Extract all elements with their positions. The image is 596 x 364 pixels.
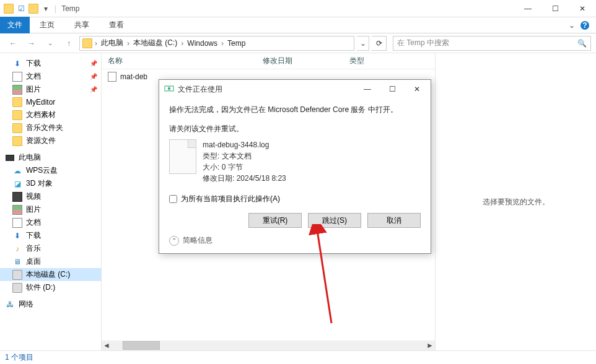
cloud-icon: ☁ [12, 166, 22, 176]
sidebar-item-music[interactable]: ♪音乐 [0, 242, 101, 255]
sidebar-item-folder[interactable]: 文档素材 [0, 108, 101, 121]
sidebar-item-folder[interactable]: 资源文件 [0, 134, 101, 147]
column-name[interactable]: 名称 [108, 56, 263, 66]
more-details-toggle[interactable]: ⌃ 简略信息 [169, 235, 421, 246]
do-for-all-checkbox[interactable] [169, 195, 177, 203]
file-type-label: 类型: 文本文档 [203, 150, 286, 162]
dialog-title: 文件正在使用 [178, 84, 222, 95]
column-type[interactable]: 类型 [349, 56, 429, 66]
ribbon-collapse-icon[interactable]: ⌄ [569, 21, 575, 30]
file-date-label: 修改日期: 2024/5/18 8:23 [203, 173, 286, 184]
sidebar-item-documents[interactable]: 文档📌 [0, 70, 101, 83]
dialog-close-button[interactable]: ✕ [408, 83, 426, 95]
sidebar-item-pictures[interactable]: 图片📌 [0, 83, 101, 96]
sidebar-item-folder[interactable]: MyEditor [0, 96, 101, 108]
chevron-right-icon[interactable]: › [180, 39, 185, 48]
refresh-button[interactable]: ⟳ [372, 36, 387, 51]
forward-button[interactable]: → [24, 35, 40, 51]
minimize-button[interactable]: — [514, 0, 541, 17]
horizontal-scrollbar[interactable]: ◄ ► [102, 340, 435, 350]
download-icon: ⬇ [12, 59, 22, 69]
address-dropdown[interactable]: ⌄ [357, 36, 369, 51]
folder-icon [82, 38, 92, 48]
search-input[interactable]: 在 Temp 中搜索 🔍 [393, 36, 591, 51]
sidebar-item-downloads[interactable]: ⬇下载📌 [0, 57, 101, 70]
preview-placeholder: 选择要预览的文件。 [483, 197, 550, 207]
chevron-right-icon[interactable]: › [126, 39, 131, 48]
chevron-right-icon[interactable]: › [94, 39, 99, 48]
sidebar-item-pictures2[interactable]: 图片 [0, 203, 101, 216]
dialog-maximize-button[interactable]: ☐ [383, 83, 401, 95]
sidebar-item-downloads2[interactable]: ⬇下载 [0, 229, 101, 242]
column-headers: 名称 修改日期 类型 [102, 53, 435, 69]
help-icon[interactable]: ? [579, 19, 591, 32]
sidebar-item-thispc[interactable]: 此电脑 [0, 151, 101, 164]
pin-icon: 📌 [90, 60, 97, 67]
breadcrumb-seg[interactable]: Temp [225, 39, 248, 48]
download-icon: ⬇ [12, 231, 22, 241]
skip-button[interactable]: 跳过(S) [308, 213, 361, 228]
dialog-icon [164, 84, 174, 94]
sidebar-item-videos[interactable]: 视频 [0, 190, 101, 203]
file-details: mat-debug-3448.log 类型: 文本文档 大小: 0 字节 修改日… [203, 139, 286, 184]
file-tab[interactable]: 文件 [0, 17, 30, 33]
folder-icon [12, 110, 22, 120]
retry-button[interactable]: 重试(R) [248, 213, 302, 228]
file-name-label: mat-debug-3448.log [203, 139, 286, 150]
pc-icon [5, 153, 15, 163]
music-icon: ♪ [12, 244, 22, 254]
column-date[interactable]: 修改日期 [263, 56, 349, 66]
pin-icon: 📌 [90, 73, 97, 80]
ribbon: 文件 主页 共享 查看 ⌄ ? [0, 17, 596, 33]
address-bar: ← → ⌄ ↑ › 此电脑 › 本地磁盘 (C:) › Windows › Te… [0, 33, 596, 53]
folder-icon [12, 123, 22, 133]
sidebar-item-3d[interactable]: ◪3D 对象 [0, 177, 101, 190]
cancel-button[interactable]: 取消 [367, 213, 421, 228]
scrollbar-thumb[interactable] [123, 341, 160, 350]
breadcrumb-seg[interactable]: 此电脑 [99, 38, 126, 48]
qat-properties-icon[interactable]: ☑ [16, 4, 26, 14]
tab-home[interactable]: 主页 [30, 17, 64, 33]
sidebar-item-drive-c[interactable]: 本地磁盘 (C:) [0, 268, 101, 281]
search-placeholder: 在 Temp 中搜索 [397, 38, 449, 48]
up-button[interactable]: ↑ [61, 35, 77, 51]
svg-text:?: ? [582, 21, 587, 30]
document-icon [12, 218, 22, 228]
chevron-right-icon[interactable]: › [220, 39, 225, 48]
dialog-message: 操作无法完成，因为文件已在 Microsoft Defender Core 服务… [169, 105, 421, 115]
breadcrumb[interactable]: › 此电脑 › 本地磁盘 (C:) › Windows › Temp [79, 36, 354, 51]
window-title: Temp [61, 4, 79, 13]
tab-view[interactable]: 查看 [99, 17, 134, 33]
sidebar-item-wps[interactable]: ☁WPS云盘 [0, 164, 101, 177]
qat-dropdown-icon[interactable]: ▾ [41, 4, 51, 14]
status-item-count: 1 个项目 [5, 352, 33, 363]
breadcrumb-seg[interactable]: Windows [185, 39, 220, 48]
tab-share[interactable]: 共享 [64, 17, 99, 33]
more-details-label: 简略信息 [183, 235, 213, 246]
sidebar-item-drive-d[interactable]: 软件 (D:) [0, 281, 101, 294]
dialog-minimize-button[interactable]: — [359, 83, 376, 95]
sidebar-item-documents2[interactable]: 文档 [0, 216, 101, 229]
scroll-left-icon[interactable]: ◄ [102, 341, 112, 350]
breadcrumb-seg[interactable]: 本地磁盘 (C:) [131, 38, 180, 48]
picture-icon [12, 205, 22, 215]
navigation-pane[interactable]: ⬇下载📌 文档📌 图片📌 MyEditor 文档素材 音乐文件夹 资源文件 此电… [0, 53, 102, 350]
back-button[interactable]: ← [5, 35, 21, 51]
sidebar-item-desktop[interactable]: 🖥桌面 [0, 255, 101, 268]
close-button[interactable]: ✕ [569, 0, 596, 17]
file-icon [169, 139, 196, 174]
chevron-up-icon: ⌃ [169, 236, 179, 246]
maximize-button[interactable]: ☐ [541, 0, 569, 17]
dialog-titlebar: 文件正在使用 — ☐ ✕ [159, 80, 431, 98]
history-dropdown[interactable]: ⌄ [42, 35, 58, 51]
qat-newfolder-icon[interactable] [28, 4, 38, 14]
folder-icon [12, 97, 22, 107]
sidebar-item-network[interactable]: 🖧网络 [0, 298, 101, 311]
file-name: mat-deb [120, 72, 147, 81]
sidebar-item-folder[interactable]: 音乐文件夹 [0, 121, 101, 134]
checkbox-label: 为所有当前项目执行此操作(A) [181, 194, 280, 204]
search-icon: 🔍 [577, 39, 587, 48]
scroll-right-icon[interactable]: ► [425, 341, 435, 350]
pin-icon: 📌 [90, 86, 97, 93]
folder-icon [12, 136, 22, 146]
